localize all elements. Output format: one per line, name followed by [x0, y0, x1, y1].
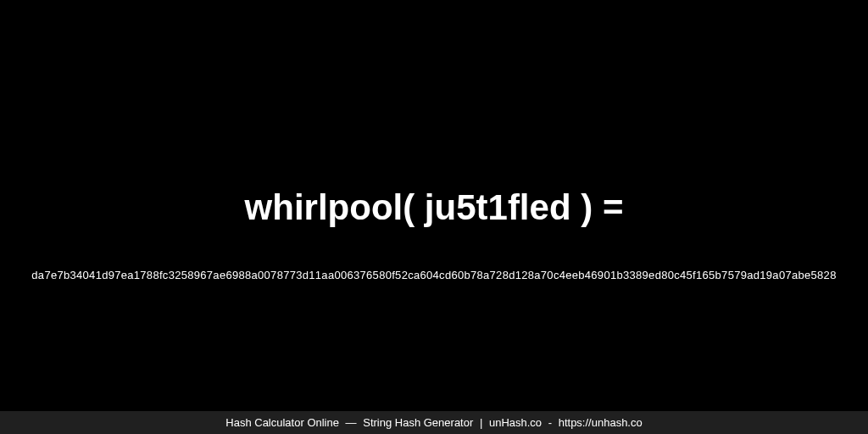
footer-text-generator: String Hash Generator	[363, 416, 473, 429]
footer: Hash Calculator Online — String Hash Gen…	[0, 411, 868, 434]
footer-site-name: unHash.co	[489, 416, 542, 429]
footer-separator-pipe: |	[480, 416, 482, 429]
footer-separator-dash: —	[346, 416, 357, 429]
hash-expression: whirlpool( ju5t1fled ) =	[245, 187, 624, 228]
footer-text-calculator: Hash Calculator Online	[225, 416, 339, 429]
main-content: whirlpool( ju5t1fled ) = da7e7b34041d97e…	[0, 187, 868, 281]
hash-output: da7e7b34041d97ea1788fc3258967ae6988a0078…	[31, 269, 836, 281]
footer-separator-hyphen: -	[548, 416, 552, 429]
footer-url: https://unhash.co	[559, 416, 643, 429]
